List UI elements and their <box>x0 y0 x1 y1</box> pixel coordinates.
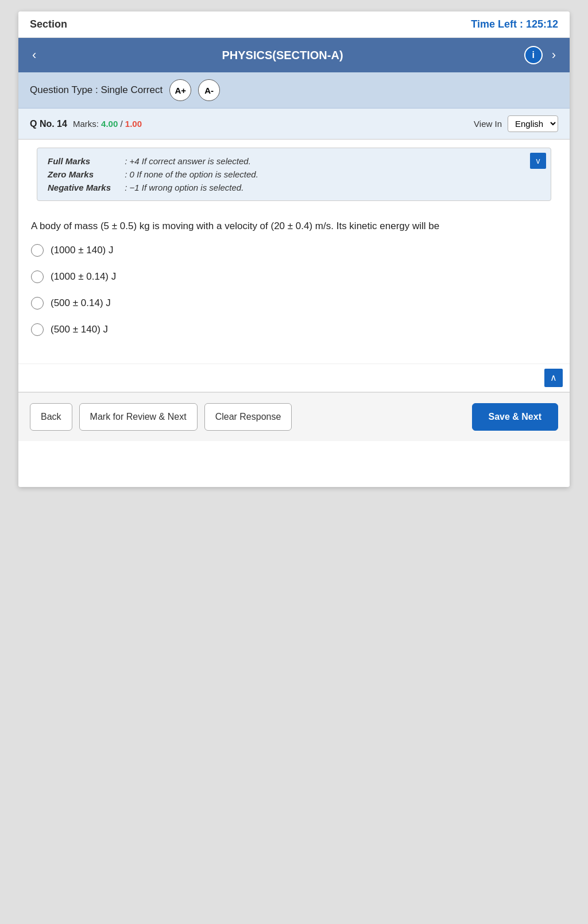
next-section-button[interactable]: › <box>547 48 560 63</box>
scroll-up-button[interactable]: ∧ <box>544 369 563 387</box>
full-marks-key: Full Marks <box>48 156 122 166</box>
zero-marks-row: Zero Marks : 0 If none of the option is … <box>48 169 540 179</box>
prev-section-button[interactable]: ‹ <box>28 48 41 63</box>
option-2-label: (1000 ± 0.14) J <box>51 271 116 283</box>
negative-marks-value: : −1 If wrong option is selected. <box>125 183 243 192</box>
option-4[interactable]: (500 ± 140) J <box>31 323 557 336</box>
section-bar: ‹ PHYSICS(SECTION-A) i › <box>18 38 570 72</box>
option-3-radio[interactable] <box>31 297 44 310</box>
options-list: (1000 ± 140) J (1000 ± 0.14) J (500 ± 0.… <box>18 244 570 364</box>
footer: Back Mark for Review & Next Clear Respon… <box>18 392 570 441</box>
question-type-label: Question Type : Single Correct <box>30 84 163 96</box>
zero-marks-key: Zero Marks <box>48 169 122 179</box>
view-in-label: View In <box>474 119 502 129</box>
scroll-up-container: ∧ <box>18 364 570 392</box>
full-marks-value: : +4 If correct answer is selected. <box>125 156 251 166</box>
bottom-spacer <box>18 441 570 487</box>
section-title: PHYSICS(SECTION-A) <box>41 49 524 62</box>
mark-review-button[interactable]: Mark for Review & Next <box>79 403 198 431</box>
option-1-radio[interactable] <box>31 244 44 257</box>
marks-separator: / <box>120 119 122 129</box>
marks-label: Marks: 4.00 / 1.00 <box>73 119 142 129</box>
timer: Time Left : 125:12 <box>471 18 558 30</box>
option-4-radio[interactable] <box>31 323 44 336</box>
font-increase-button[interactable]: A+ <box>169 79 191 101</box>
q-number-bar: Q No. 14 Marks: 4.00 / 1.00 View In Engl… <box>18 109 570 140</box>
option-1-label: (1000 ± 140) J <box>51 245 114 256</box>
option-3[interactable]: (500 ± 0.14) J <box>31 297 557 310</box>
q-number-label: Q No. 14 <box>30 119 67 129</box>
question-type-bar: Question Type : Single Correct A+ A- <box>18 72 570 109</box>
font-decrease-button[interactable]: A- <box>198 79 220 101</box>
section-bar-right: i › <box>524 46 560 64</box>
marks-positive: 4.00 <box>101 119 118 129</box>
collapse-marks-button[interactable]: v <box>530 153 546 169</box>
negative-marks-row: Negative Marks : −1 If wrong option is s… <box>48 183 540 192</box>
option-4-label: (500 ± 140) J <box>51 324 108 335</box>
header: Section Time Left : 125:12 <box>18 11 570 38</box>
language-select[interactable]: English Hindi <box>508 115 558 132</box>
marks-info-box: v Full Marks : +4 If correct answer is s… <box>37 148 551 201</box>
main-container: Section Time Left : 125:12 ‹ PHYSICS(SEC… <box>18 11 570 487</box>
back-button[interactable]: Back <box>30 403 72 431</box>
option-2[interactable]: (1000 ± 0.14) J <box>31 270 557 283</box>
marks-negative: 1.00 <box>125 119 142 129</box>
zero-marks-value: : 0 If none of the option is selected. <box>125 169 258 179</box>
negative-marks-key: Negative Marks <box>48 183 122 192</box>
timer-value: 125:12 <box>526 18 558 30</box>
info-icon[interactable]: i <box>524 46 543 64</box>
section-label: Section <box>30 18 67 30</box>
question-text: A body of mass (5 ± 0.5) kg is moving wi… <box>18 206 570 244</box>
option-1[interactable]: (1000 ± 140) J <box>31 244 557 257</box>
clear-response-button[interactable]: Clear Response <box>204 403 292 431</box>
full-marks-row: Full Marks : +4 If correct answer is sel… <box>48 156 540 166</box>
timer-label: Time Left : <box>471 18 523 30</box>
option-2-radio[interactable] <box>31 270 44 283</box>
save-next-button[interactable]: Save & Next <box>472 403 559 431</box>
option-3-label: (500 ± 0.14) J <box>51 297 111 309</box>
